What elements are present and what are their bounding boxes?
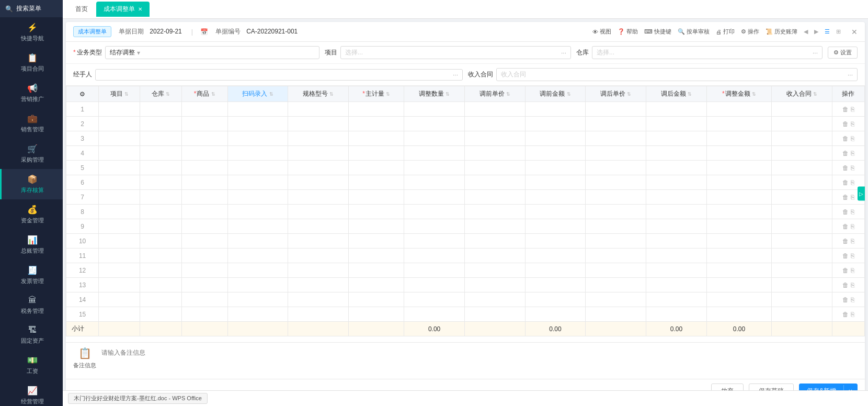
delete-icon[interactable]: 🗑 [842, 208, 849, 216]
search-icon: 🔍 [5, 5, 13, 13]
copy-icon[interactable]: ⎘ [851, 267, 854, 274]
delete-icon[interactable]: 🗑 [842, 135, 849, 142]
view-grid-icon[interactable]: ⊞ [836, 28, 841, 35]
cell-after_price [586, 292, 646, 307]
copy-icon[interactable]: ⎘ [851, 281, 854, 289]
tab-home[interactable]: 首页 [68, 2, 95, 17]
copy-icon[interactable]: ⎘ [851, 238, 854, 245]
sort-icon-adj_amount: ⇅ [752, 92, 756, 97]
cell-product [181, 146, 227, 161]
sidebar-item-payroll[interactable]: 💵工资 [0, 350, 63, 380]
cell-scan [227, 175, 288, 190]
row-actions: 🗑⎘ [836, 120, 861, 128]
delete-icon[interactable]: 🗑 [842, 296, 849, 303]
tab-close-cost-adjust[interactable]: ✕ [138, 6, 142, 12]
settings-button[interactable]: ⚙ 设置 [828, 47, 858, 59]
cell-prev_amount [525, 205, 586, 219]
sidebar-item-assets[interactable]: 🏗固定资产 [0, 320, 63, 350]
right-edge-indicator[interactable]: ▷ [858, 186, 865, 200]
sidebar-item-ledger[interactable]: 📊总账管理 [0, 230, 63, 260]
biz-type-input[interactable]: 结存调整 ▾ [105, 46, 319, 59]
cell-after_amount [646, 263, 707, 278]
copy-icon[interactable]: ⎘ [851, 150, 854, 157]
cell-prev_amount [525, 131, 586, 146]
cell-adj_qty [404, 190, 465, 205]
income-contract-input[interactable]: 收入合同 ··· [496, 68, 858, 81]
nav-next-icon[interactable]: ▶ [814, 28, 818, 35]
cell-warehouse [140, 102, 181, 117]
sort-icon-adj_qty: ⇅ [446, 92, 450, 97]
delete-icon[interactable]: 🗑 [842, 267, 849, 274]
sidebar-item-invoice[interactable]: 🧾发票管理 [0, 260, 63, 290]
action-view[interactable]: 👁 视图 [592, 28, 611, 36]
warehouse-input[interactable]: 选择... ··· [592, 46, 823, 59]
copy-icon[interactable]: ⎘ [851, 164, 854, 172]
sidebar-item-quick-nav[interactable]: ⚡快捷导航 [0, 17, 63, 48]
sidebar-item-inventory[interactable]: 📦库存核算 [0, 169, 63, 199]
sidebar-label-finance: 资金管理 [21, 217, 44, 224]
sidebar-icon-ops: 📈 [27, 386, 38, 396]
delete-icon[interactable]: 🗑 [842, 106, 849, 113]
view-list-icon[interactable]: ☰ [825, 28, 830, 35]
cell-warehouse [140, 190, 181, 205]
copy-icon[interactable]: ⎘ [851, 194, 854, 201]
action-operations[interactable]: ⚙ 操作 [741, 28, 759, 36]
sidebar-item-finance[interactable]: 💰资金管理 [0, 199, 63, 230]
delete-icon[interactable]: 🗑 [842, 179, 849, 186]
sidebar-item-project-contract[interactable]: 📋项目合同 [0, 48, 63, 78]
cell-adj_amount [706, 278, 771, 292]
warehouse-more-icon[interactable]: ··· [813, 49, 818, 57]
project-input[interactable]: 选择... ··· [340, 46, 571, 59]
copy-icon[interactable]: ⎘ [851, 179, 854, 186]
income-contract-more-icon[interactable]: ··· [848, 71, 853, 78]
delete-icon[interactable]: 🗑 [842, 311, 849, 318]
notes-input[interactable] [101, 347, 858, 358]
action-history[interactable]: 📜 历史账簿 [766, 28, 797, 36]
copy-icon[interactable]: ⎘ [851, 311, 854, 318]
delete-icon[interactable]: 🗑 [842, 281, 849, 289]
action-help[interactable]: ❓ 帮助 [618, 28, 638, 36]
table-container: ⚙项目 ⇅仓库 ⇅*商品 ⇅扫码录入 ⇅规格型号 ⇅*主计量 ⇅调整数量 ⇅调前… [66, 86, 865, 342]
doc-calendar-icon[interactable]: 📅 [200, 28, 208, 36]
handler-input[interactable]: ··· [95, 69, 463, 81]
action-shortcut[interactable]: ⌨ 快捷键 [644, 28, 671, 36]
cell-product [181, 175, 227, 190]
sidebar-item-marketing[interactable]: 📢营销推广 [0, 78, 63, 108]
nav-prev-icon[interactable]: ◀ [804, 28, 808, 35]
copy-icon[interactable]: ⎘ [851, 223, 854, 230]
close-button[interactable]: ✕ [851, 28, 858, 36]
data-table: ⚙项目 ⇅仓库 ⇅*商品 ⇅扫码录入 ⇅规格型号 ⇅*主计量 ⇅调整数量 ⇅调前… [66, 86, 865, 336]
copy-icon[interactable]: ⎘ [851, 120, 854, 128]
col-header-product: *商品 ⇅ [181, 86, 227, 102]
sidebar-item-ops[interactable]: 📈经营管理 [0, 380, 63, 406]
copy-icon[interactable]: ⎘ [851, 252, 854, 260]
sidebar-item-tax[interactable]: 🏛税务管理 [0, 290, 63, 320]
copy-icon[interactable]: ⎘ [851, 296, 854, 303]
copy-icon[interactable]: ⎘ [851, 106, 854, 113]
copy-icon[interactable]: ⎘ [851, 208, 854, 216]
copy-icon[interactable]: ⎘ [851, 135, 854, 142]
sidebar-icon-assets: 🏗 [28, 325, 37, 335]
delete-icon[interactable]: 🗑 [842, 150, 849, 157]
project-more-icon[interactable]: ··· [561, 49, 566, 57]
sidebar-label-invoice: 发票管理 [21, 277, 44, 285]
sidebar-item-purchase[interactable]: 🛒采购管理 [0, 139, 63, 169]
delete-icon[interactable]: 🗑 [842, 194, 849, 201]
taskbar-item[interactable]: 木门行业好业财处理方案-墨红红.doc - WPS Office [68, 393, 208, 404]
sidebar-item-sales[interactable]: 💼销售管理 [0, 108, 63, 139]
sort-icon-warehouse: ⇅ [166, 92, 170, 97]
delete-icon[interactable]: 🗑 [842, 252, 849, 260]
action-review[interactable]: 🔍 按单审核 [678, 28, 710, 36]
action-print[interactable]: 🖨 打印 [716, 28, 735, 36]
delete-icon[interactable]: 🗑 [842, 238, 849, 245]
delete-icon[interactable]: 🗑 [842, 223, 849, 230]
cell-income_contract [772, 161, 832, 175]
cell-adj_amount [706, 234, 771, 249]
sidebar-icon-tax: 🏛 [28, 296, 37, 305]
handler-more-icon[interactable]: ··· [453, 71, 458, 78]
table-settings-icon[interactable]: ⚙ [79, 91, 85, 98]
sidebar-search[interactable]: 🔍 搜索菜单 [0, 0, 63, 17]
tab-cost-adjust[interactable]: 成本调整单✕ [96, 2, 150, 17]
delete-icon[interactable]: 🗑 [842, 164, 849, 172]
delete-icon[interactable]: 🗑 [842, 120, 849, 128]
